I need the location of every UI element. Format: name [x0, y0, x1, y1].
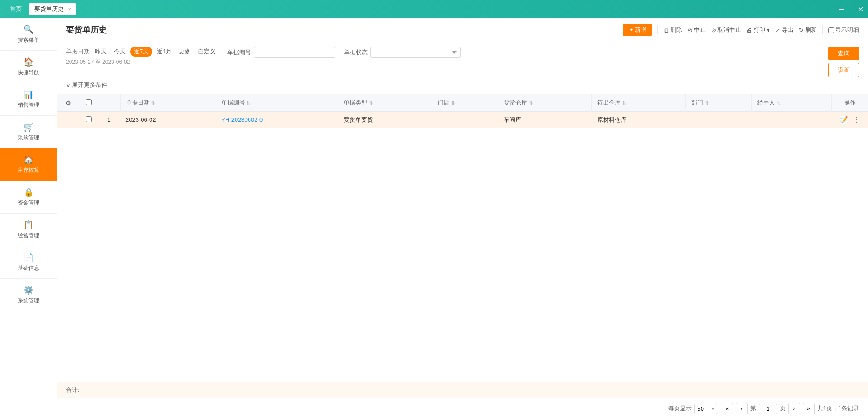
col-pending-warehouse[interactable]: 待出仓库 ⇅ — [592, 94, 686, 112]
per-page-group: 每页显示 20 50 100 200 — [668, 404, 717, 414]
new-button[interactable]: + 新增 — [623, 24, 652, 36]
order-no-input[interactable] — [254, 47, 335, 58]
pagination-controls: « ‹ 第 页 › » 共1页，1条记录 — [722, 403, 859, 414]
order-no-label: 单据编号 — [227, 48, 251, 57]
expand-more-btn[interactable]: ∨ 展开更多条件 — [66, 81, 859, 89]
gear-icon: ⚙️ — [24, 285, 33, 295]
cart-icon: 🛒 — [24, 122, 33, 132]
minimize-icon[interactable]: ─ — [839, 5, 844, 13]
col-warehouse[interactable]: 要货仓库 ⇅ — [498, 94, 592, 112]
filter-settings-button[interactable]: 设置 — [828, 63, 859, 77]
page-unit-label: 页 — [780, 405, 786, 413]
cancel-stop-button[interactable]: ⊘ 取消中止 — [711, 26, 741, 34]
sidebar-item-sales[interactable]: 📊 销售管理 — [0, 83, 57, 116]
sidebar-item-basic[interactable]: 📄 基础信息 — [0, 246, 57, 279]
sort-store-icon: ⇅ — [451, 100, 455, 105]
row-edit-icon[interactable]: 📝 — [837, 115, 850, 124]
sort-warehouse-icon: ⇅ — [529, 100, 533, 105]
date-custom[interactable]: 自定义 — [195, 47, 218, 57]
tab-list: 首页 要货单历史 × — [5, 3, 76, 15]
col-handler[interactable]: 经手人 ⇅ — [752, 94, 832, 112]
sidebar-item-search[interactable]: 🔍 搜索菜单 — [0, 18, 57, 51]
page-info: 共1页，1条记录 — [817, 405, 859, 413]
col-store[interactable]: 门店 ⇅ — [432, 94, 498, 112]
inventory-icon: 🏠 — [24, 155, 33, 165]
date-1month[interactable]: 近1月 — [154, 47, 175, 57]
divider2 — [822, 25, 823, 34]
date-more[interactable]: 更多 — [176, 47, 193, 57]
top-bar-right: ─ □ ✕ — [839, 5, 863, 14]
date-range-display: 2023-05-27 至 2023-06-02 — [66, 58, 218, 66]
tab-history[interactable]: 要货单历史 × — [29, 3, 76, 15]
page-header: 要货单历史 + 新增 🗑 删除 ⊘ 中止 ⊘ 取消中止 — [57, 18, 868, 42]
filter-actions: 查询 设置 — [828, 47, 859, 77]
lock-icon: 🔒 — [24, 187, 33, 197]
first-page-btn[interactable]: « — [722, 403, 733, 414]
pagination-bar: 每页显示 20 50 100 200 « ‹ 第 页 › » 共1页，1条记录 — [57, 398, 868, 419]
expand-icon: ∨ — [66, 82, 71, 89]
home-icon: 🏠 — [24, 57, 33, 67]
close-tab-icon[interactable]: × — [68, 6, 71, 12]
status-select[interactable] — [370, 47, 461, 58]
table-footer: 合计: — [57, 382, 868, 398]
row-department-cell — [686, 112, 752, 128]
stop-icon: ⊘ — [688, 27, 693, 33]
row-type-cell: 要货单要货 — [338, 112, 432, 128]
date-7days[interactable]: 近7天 — [130, 47, 152, 57]
sidebar-item-system[interactable]: ⚙️ 系统管理 — [0, 279, 57, 311]
chart-icon: 📊 — [24, 90, 33, 100]
cancel-stop-icon: ⊘ — [711, 27, 716, 33]
query-button[interactable]: 查询 — [828, 47, 859, 60]
date-today[interactable]: 今天 — [111, 47, 128, 57]
window-close-icon[interactable]: ✕ — [858, 5, 863, 14]
export-icon: ↗ — [775, 27, 780, 33]
tab-home[interactable]: 首页 — [5, 3, 27, 15]
print-dropdown-icon: ▾ — [767, 27, 770, 33]
refresh-button[interactable]: ↻ 刷新 — [799, 26, 817, 34]
maximize-icon[interactable]: □ — [849, 5, 853, 13]
col-order-no[interactable]: 单据编号 ⇅ — [216, 94, 338, 112]
row-date-cell: 2023-06-02 — [120, 112, 216, 128]
sidebar-item-operations[interactable]: 📋 经营管理 — [0, 214, 57, 246]
export-button[interactable]: ↗ 导出 — [775, 26, 793, 34]
date-yesterday[interactable]: 昨天 — [92, 47, 109, 57]
last-page-btn[interactable]: » — [803, 403, 815, 414]
sort-pending-icon: ⇅ — [623, 100, 626, 105]
next-page-btn[interactable]: › — [788, 403, 800, 414]
col-date[interactable]: 单据日期 ⇅ — [120, 94, 216, 112]
row-more-icon[interactable]: ⋮ — [851, 115, 862, 124]
toolbar: + 新增 🗑 删除 ⊘ 中止 ⊘ 取消中止 🖨 打印 — [623, 24, 859, 36]
select-all-checkbox[interactable] — [86, 99, 92, 105]
delete-button[interactable]: 🗑 删除 — [663, 26, 682, 34]
prev-page-btn[interactable]: ‹ — [736, 403, 748, 414]
row-checkbox-cell — [80, 112, 98, 128]
sort-handler-icon: ⇅ — [777, 100, 780, 105]
page-title: 要货单历史 — [66, 24, 107, 35]
sidebar-item-shortcut[interactable]: 🏠 快捷导航 — [0, 51, 57, 83]
sort-dept-icon: ⇅ — [705, 100, 708, 105]
stop-button[interactable]: ⊘ 中止 — [688, 26, 706, 34]
col-department[interactable]: 部门 ⇅ — [686, 94, 752, 112]
print-button[interactable]: 🖨 打印 ▾ — [746, 26, 770, 34]
row-checkbox[interactable] — [86, 116, 92, 122]
col-type[interactable]: 单据类型 ⇅ — [338, 94, 432, 112]
display-grid-toggle[interactable]: 显示明细 — [828, 26, 859, 34]
search-icon: 🔍 — [24, 24, 33, 34]
status-label: 单据状态 — [344, 48, 368, 57]
row-order-no-cell: YH-20230602-0 — [216, 112, 338, 128]
footer-total-label: 合计: — [66, 386, 80, 393]
sidebar-item-finance[interactable]: 🔒 资金管理 — [0, 181, 57, 214]
page-number-input[interactable] — [759, 404, 777, 414]
sidebar-item-purchase[interactable]: 🛒 采购管理 — [0, 116, 57, 148]
delete-icon: 🗑 — [663, 27, 669, 33]
page-go-label: 第 — [750, 405, 756, 413]
row-handler-cell — [752, 112, 832, 128]
table-header-row: ⚙ 单据日期 ⇅ 单据编号 ⇅ — [57, 94, 868, 112]
row-warehouse-cell: 车间库 — [498, 112, 592, 128]
table-row: 1 2023-06-02 YH-20230602-0 要货单要货 车间库 原材料… — [57, 112, 868, 128]
col-checkbox — [80, 94, 98, 112]
per-page-select[interactable]: 20 50 100 200 — [694, 404, 717, 414]
order-no-link[interactable]: YH-20230602-0 — [221, 116, 263, 123]
display-grid-checkbox[interactable] — [828, 27, 834, 33]
sidebar-item-inventory[interactable]: 🏠 库存核算 — [0, 148, 57, 181]
